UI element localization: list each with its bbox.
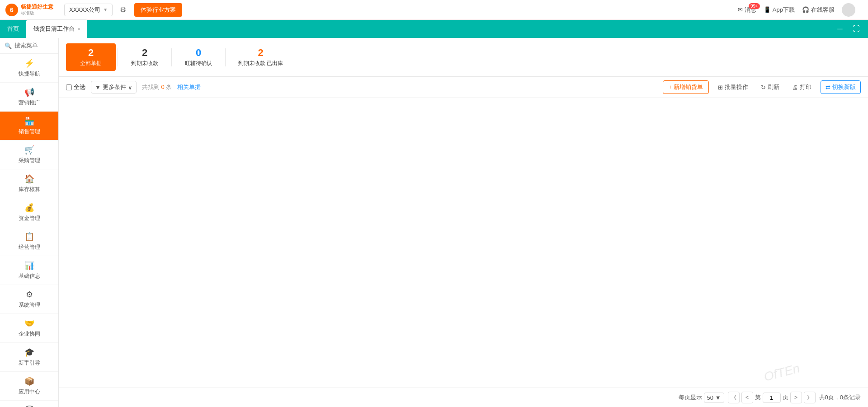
sidebar-item-quick-nav[interactable]: ⚡ 快捷导航 [0, 54, 58, 83]
tab-bar-actions: ─ ⛶ [834, 23, 868, 35]
total-records: 共0页，0条记录 [819, 393, 861, 402]
sidebar-item-label: 库存核算 [19, 186, 40, 193]
tab-active[interactable]: 钱货日清工作台 × [26, 20, 87, 38]
sidebar-item-operations[interactable]: 📋 经营管理 [0, 227, 58, 256]
page-number-input[interactable] [763, 393, 781, 403]
next-page-button[interactable]: > [790, 392, 802, 403]
company-selector[interactable]: XXXXX公司 ▼ [64, 4, 113, 16]
header-right: ✉ 消息 99+ 📱 App下载 🎧 在线客服 [738, 3, 863, 17]
sidebar-search[interactable]: 🔍 搜索菜单 [0, 38, 58, 54]
sidebar-item-label: 资金管理 [19, 215, 40, 222]
select-all-checkbox[interactable]: 全选 [66, 83, 85, 91]
tab-bar: 首页 钱货日清工作台 × ─ ⛶ [0, 20, 868, 38]
page-label: 第 [755, 393, 761, 402]
sidebar-item-label: 新手引导 [19, 359, 40, 367]
filter-button[interactable]: ▼ 更多条件 ∨ [91, 81, 137, 94]
stat-num-all: 2 [88, 47, 94, 59]
sidebar-item-label: 基础信息 [19, 272, 40, 280]
page-suffix: 页 [783, 393, 788, 402]
trial-button[interactable]: 体验行业方案 [134, 3, 182, 17]
stat-separator-3 [225, 48, 226, 66]
main-layout: 🔍 搜索菜单 ⚡ 快捷导航 📢 营销推广 🏪 销售管理 🛒 采购管理 🏠 库存核… [0, 38, 868, 407]
sidebar-item-apps[interactable]: 📦 应用中心 [0, 372, 58, 401]
sidebar-item-system[interactable]: ⚙ 系统管理 [0, 285, 58, 314]
table-area [59, 98, 868, 388]
stat-separator-1 [118, 48, 118, 66]
select-all-input[interactable] [66, 84, 72, 90]
sidebar-item-label: 经营管理 [19, 243, 40, 251]
stat-card-all[interactable]: 2 全部单据 [66, 43, 116, 71]
sidebar-item-finance[interactable]: 💰 资金管理 [0, 198, 58, 227]
last-page-button[interactable]: 》 [804, 392, 816, 403]
sidebar-item-enterprise[interactable]: 🤝 企业协同 [0, 314, 58, 343]
tab-maximize-icon[interactable]: ⛶ [850, 23, 863, 35]
switch-version-button[interactable]: ⇄ 切换新版 [821, 80, 861, 94]
related-link[interactable]: 相关单据 [177, 83, 201, 91]
page-size-arrow-icon: ▼ [715, 394, 721, 401]
page-nav: 《 < 第 页 > 》 [728, 392, 816, 403]
tab-minimize-icon[interactable]: ─ [834, 23, 846, 35]
system-icon: ⚙ [26, 290, 33, 299]
tab-close-icon[interactable]: × [77, 26, 80, 32]
first-page-button[interactable]: 《 [728, 392, 740, 403]
print-button[interactable]: 🖨 打印 [788, 81, 815, 94]
count-prefix: 共找到 [142, 84, 160, 90]
marketing-icon: 📢 [24, 87, 34, 97]
company-name: XXXXX公司 [69, 6, 100, 14]
filter-arrow-icon: ∨ [128, 84, 132, 91]
sidebar-item-basics[interactable]: 📊 基础信息 [0, 256, 58, 285]
inventory-icon: 🏠 [24, 174, 34, 184]
message-item[interactable]: ✉ 消息 99+ [738, 6, 756, 14]
stat-card-shipped[interactable]: 2 到期未收款 已出库 [227, 43, 294, 71]
stat-num-pending: 0 [196, 47, 201, 59]
app-download-item[interactable]: 📱 App下载 [764, 6, 795, 14]
enterprise-icon: 🤝 [24, 318, 34, 328]
purchase-icon: 🛒 [24, 145, 34, 155]
content-area: 2 全部单据 2 到期未收款 0 旺辅待确认 2 到期未收款 已出库 [59, 38, 868, 407]
sidebar-item-label: 应用中心 [19, 388, 40, 396]
new-order-label: + 新增销货单 [669, 83, 703, 91]
stat-num-shipped: 2 [258, 47, 264, 59]
sidebar-item-sales[interactable]: 🏪 销售管理 [0, 112, 58, 140]
avatar[interactable] [842, 3, 855, 17]
refresh-icon: ↻ [761, 84, 766, 91]
message-icon: ✉ [738, 6, 743, 13]
refresh-label: 刷新 [768, 83, 779, 91]
toolbar-count: 共找到 0 条 [142, 83, 172, 91]
sidebar-item-guide[interactable]: 🎓 新手引导 [0, 343, 58, 372]
prev-page-button[interactable]: < [741, 392, 753, 403]
online-service-label: 在线客服 [811, 6, 835, 14]
switch-icon: ⇄ [826, 84, 830, 91]
sidebar-item-label: 系统管理 [19, 301, 40, 309]
stats-bar: 2 全部单据 2 到期未收款 0 旺辅待确认 2 到期未收款 已出库 [59, 38, 868, 77]
operations-icon: 📋 [24, 232, 34, 242]
batch-operation-button[interactable]: ⊞ 批量操作 [714, 81, 752, 94]
settings-icon[interactable]: ⚙ [116, 3, 130, 17]
tab-active-label: 钱货日清工作台 [33, 25, 75, 33]
sidebar-item-label: 快捷导航 [19, 70, 40, 78]
online-service-item[interactable]: 🎧 在线客服 [802, 6, 835, 14]
count-unit: 条 [166, 84, 172, 90]
sidebar-item-wechat[interactable]: 💬 企业微信 [0, 401, 58, 407]
page-size-select: 每页显示 50 ▼ [679, 393, 724, 403]
finance-icon: 💰 [24, 203, 34, 213]
sidebar-item-inventory[interactable]: 🏠 库存核算 [0, 169, 58, 198]
stat-card-pending[interactable]: 0 旺辅待确认 [174, 43, 223, 71]
page-size-dropdown[interactable]: 50 ▼ [704, 393, 724, 403]
sales-icon: 🏪 [24, 116, 34, 126]
wechat-icon: 💬 [24, 405, 34, 407]
tab-home[interactable]: 首页 [0, 20, 26, 38]
message-badge: 99+ [749, 3, 760, 9]
stat-label-overdue: 到期未收款 [131, 60, 158, 67]
logo-main-text: 畅捷通好生意 [21, 4, 53, 10]
logo-sub-text: 标准版 [21, 10, 53, 16]
apps-icon: 📦 [24, 376, 34, 386]
new-order-button[interactable]: + 新增销货单 [663, 80, 709, 94]
refresh-button[interactable]: ↻ 刷新 [757, 81, 783, 94]
stat-label-pending: 旺辅待确认 [185, 60, 212, 67]
tab-home-label: 首页 [7, 25, 19, 33]
logo-area: 6 畅捷通好生意 标准版 [5, 4, 64, 16]
sidebar-item-marketing[interactable]: 📢 营销推广 [0, 83, 58, 112]
stat-card-overdue[interactable]: 2 到期未收款 [120, 43, 170, 71]
sidebar-item-purchase[interactable]: 🛒 采购管理 [0, 140, 58, 169]
